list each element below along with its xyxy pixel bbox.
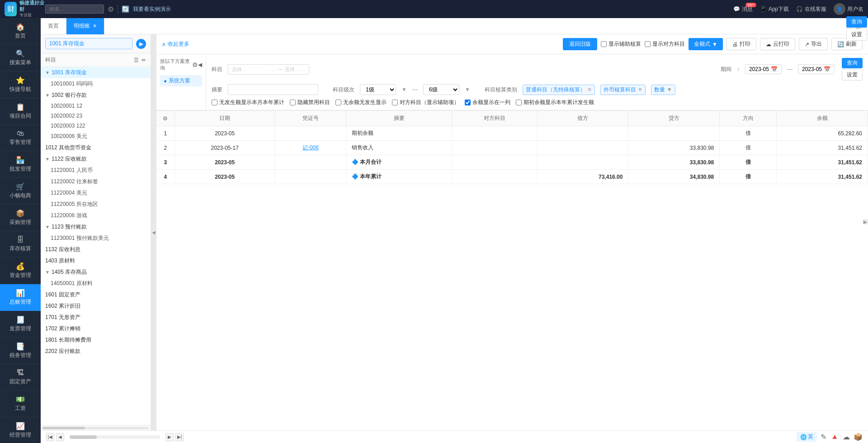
checkbox-balance-row-input[interactable] xyxy=(465,100,471,105)
tree-node-11220004[interactable]: 11220004 美元 xyxy=(41,187,151,199)
tool-icon-4[interactable]: 📦 xyxy=(854,433,863,441)
top-search-input[interactable] xyxy=(45,5,104,14)
tree-node-10010001[interactable]: 10010001 吗吗吗 xyxy=(41,78,151,90)
subject-level-end-select[interactable]: 6级 xyxy=(423,84,459,95)
sidebar-item-search[interactable]: 🔍 搜索菜单 xyxy=(0,45,41,71)
checkbox-no-balance2-input[interactable] xyxy=(335,100,341,105)
subject-input-wrapper[interactable]: 选择... ... — 选择... ... xyxy=(228,64,309,75)
checkbox-show-opposite-input[interactable] xyxy=(392,100,398,105)
tree-node-14050001[interactable]: 14050001 原材料 xyxy=(41,278,151,289)
sidebar-item-accounting[interactable]: 📊 总账管理 xyxy=(0,284,41,311)
tag-normal-close[interactable]: ✕ xyxy=(587,86,592,93)
sidebar-item-project[interactable]: 📋 项目合同 xyxy=(0,98,41,125)
summary-input[interactable] xyxy=(228,84,318,95)
nav-first-btn[interactable]: |◀ xyxy=(46,433,54,441)
checkbox-hide-disabled-input[interactable] xyxy=(290,100,296,105)
tree-node-11220006[interactable]: 11220006 游戏 xyxy=(41,210,151,221)
tree-node-10020003[interactable]: 10020003 122 xyxy=(41,121,151,131)
tree-node-1002[interactable]: ▼ 1002 银行存款 xyxy=(41,90,151,101)
tree-node-1601[interactable]: 1601 固定资产 xyxy=(41,289,151,300)
sidebar-item-quick-nav[interactable]: ⭐ 快捷导航 xyxy=(0,71,41,98)
checkbox-balance-row[interactable]: 余额显示在一列 xyxy=(465,99,510,106)
tree-node-11220005[interactable]: 11220005 所在地区 xyxy=(41,199,151,210)
row2-voucher[interactable]: 记-006 xyxy=(275,141,346,155)
sidebar-item-inventory[interactable]: 🗄 库存核算 xyxy=(0,231,41,257)
period-start-input[interactable]: 2023-05 📅 xyxy=(745,64,782,74)
tree-node-1602[interactable]: 1602 累计折旧 xyxy=(41,300,151,312)
period-end-input[interactable]: 2023-05 📅 xyxy=(798,64,835,74)
online-service-btn[interactable]: 🎧 在线客服 xyxy=(796,5,826,13)
tool-icon-3[interactable]: ☁ xyxy=(843,433,850,441)
sidebar-item-invoice[interactable]: 🧾 发票管理 xyxy=(0,311,41,338)
tree-node-1012[interactable]: 1012 其他货币资金 xyxy=(41,142,151,153)
voucher-link[interactable]: 记-006 xyxy=(302,144,319,151)
settings-icon[interactable]: ⚙ xyxy=(108,5,114,14)
tree-node-1132[interactable]: 1132 应收利息 xyxy=(41,244,151,255)
settings-right-btn[interactable]: 设置 xyxy=(846,34,867,41)
show-aux-checkbox[interactable]: 显示辅助核算 xyxy=(601,40,641,48)
app-download-btn[interactable]: 📱 App下载 xyxy=(760,5,789,13)
tree-node-11220002[interactable]: 11220002 往来标签 xyxy=(41,176,151,187)
sidebar-item-tax[interactable]: 📑 税务管理 xyxy=(0,338,41,364)
checkbox-no-balance[interactable]: 无发生额显示本月本年累计 xyxy=(212,99,284,106)
right-side-collapse-btn[interactable]: ▶ xyxy=(863,219,868,224)
tree-node-10020006[interactable]: 10020006 美元 xyxy=(41,131,151,142)
sidebar-item-wholesale[interactable]: 🏪 批发管理 xyxy=(0,151,41,178)
user-avatar[interactable]: 👤 用户名 xyxy=(834,3,863,15)
sidebar-item-operations[interactable]: 📈 经营管理 xyxy=(0,417,41,443)
tree-node-11220001[interactable]: 11220001 人民币 xyxy=(41,165,151,176)
tool-icon-2[interactable]: 🔺 xyxy=(830,433,839,441)
nav-prev-btn[interactable]: ◀ xyxy=(56,433,64,441)
checkbox-show-opposite[interactable]: 对方科目（显示辅助项） xyxy=(392,99,459,106)
show-aux-input[interactable] xyxy=(601,41,607,47)
subject-level-start-select[interactable]: 1级 xyxy=(360,84,396,95)
query-main-btn[interactable]: 查询 xyxy=(842,58,863,68)
tree-node-1701[interactable]: 1701 无形资产 xyxy=(41,312,151,323)
settings-filter-btn[interactable]: 设置 xyxy=(842,69,863,81)
tree-node-1403[interactable]: 1403 原材料 xyxy=(41,255,151,267)
tool-icon-1[interactable]: ✎ xyxy=(821,433,826,441)
export-btn[interactable]: ↗ 导出 xyxy=(799,38,828,50)
col-settings[interactable]: ⚙ xyxy=(156,111,175,126)
tree-node-1001[interactable]: ▼ 1001 库存现金 xyxy=(41,67,151,78)
tag-foreign-currency[interactable]: 外币核算科目 ✕ xyxy=(600,85,646,95)
show-opposite-input[interactable] xyxy=(645,41,651,47)
edit-icon[interactable]: ✏ xyxy=(142,57,146,63)
list-view-icon[interactable]: ☰ xyxy=(134,57,139,63)
tree-node-1122[interactable]: ▼ 1122 应收账款 xyxy=(41,153,151,165)
tag-foreign-close[interactable]: ✕ xyxy=(638,86,642,93)
tag-normal-subject[interactable]: 普通科目（无特殊核算） ✕ xyxy=(523,85,595,95)
tag-quantity-dropdown[interactable]: ▼ xyxy=(667,86,672,93)
sidebar-item-retail[interactable]: 🛍 零售管理 xyxy=(0,125,41,151)
tree-node-2202[interactable]: 2202 应付账款 xyxy=(41,346,151,357)
checkbox-no-balance2[interactable]: 无余额无发生显示 xyxy=(335,99,387,106)
currency-dropdown-btn[interactable]: 金额式 ▼ xyxy=(689,38,723,50)
tab-home[interactable]: 首页 xyxy=(41,18,66,34)
print-btn[interactable]: 🖨 打印 xyxy=(726,38,756,50)
nav-next-btn[interactable]: ▶ xyxy=(165,433,174,441)
side-collapse-btn[interactable]: ◀ xyxy=(151,34,156,430)
scheme-setting-icon[interactable]: ⚙ xyxy=(192,61,198,68)
cloud-print-btn[interactable]: ☁ 云打印 xyxy=(760,38,795,50)
tab-detail[interactable]: 明细账 ✕ xyxy=(66,18,104,34)
tree-node-1123[interactable]: ▼ 1123 预付账款 xyxy=(41,221,151,233)
checkbox-show-ytd-input[interactable] xyxy=(516,100,522,105)
account-nav-btn[interactable]: ▶ xyxy=(136,39,146,49)
nav-last-btn[interactable]: ▶| xyxy=(175,433,184,441)
tree-node-1405[interactable]: ▼ 1405 库存商品 xyxy=(41,267,151,278)
account-selector[interactable]: 1001 库存现金 xyxy=(45,38,132,49)
back-old-btn[interactable]: 退回旧版 xyxy=(563,38,597,50)
checkbox-no-balance-input[interactable] xyxy=(212,100,217,105)
scheme-collapse-icon[interactable]: ◀ xyxy=(198,62,202,68)
collapse-more-btn[interactable]: ∧ 收起更多 xyxy=(162,40,189,48)
sidebar-item-purchase[interactable]: 📦 采购管理 xyxy=(0,205,41,231)
messages-btn[interactable]: 💬 消息 99+ xyxy=(733,5,753,13)
tree-node-1702[interactable]: 1702 累计摊销 xyxy=(41,323,151,334)
sidebar-item-home[interactable]: 🏠 首页 xyxy=(0,18,41,45)
tree-node-10020002[interactable]: 10020002 23 xyxy=(41,111,151,121)
period-type-icon[interactable]: ↕ xyxy=(737,66,740,72)
checkbox-show-ytd[interactable]: 期初余额显示本年累计发生额 xyxy=(516,99,594,106)
sidebar-item-payroll[interactable]: 💵 工资 xyxy=(0,391,41,417)
tag-quantity[interactable]: 数量 ▼ xyxy=(651,85,675,95)
tab-close-icon[interactable]: ✕ xyxy=(93,23,97,29)
